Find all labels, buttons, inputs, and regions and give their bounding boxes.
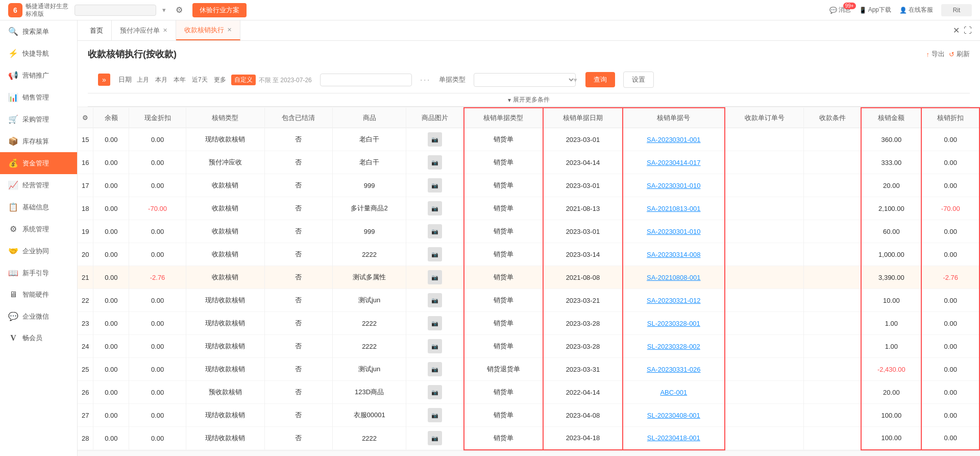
service-icon: 👤	[899, 7, 907, 14]
sidebar-item-label: 经营管理	[22, 181, 49, 190]
cell-no: 16	[78, 151, 93, 174]
cell-condition	[804, 243, 862, 266]
col-settings-icon: ⚙	[82, 114, 88, 122]
cell-bill-no[interactable]: SA-20210808-001	[623, 266, 725, 289]
cell-bill-no[interactable]: SA-20230301-010	[623, 174, 725, 197]
filter-date-7days[interactable]: 近7天	[190, 75, 210, 85]
cell-condition	[804, 381, 862, 404]
cell-condition	[804, 289, 862, 312]
filter-date-more[interactable]: 更多	[212, 75, 228, 85]
sidebar-item-marketing[interactable]: 📢 营销推广	[0, 64, 77, 86]
sidebar-item-wechat[interactable]: 💬 企业微信	[0, 305, 77, 327]
filter-expand-button[interactable]: »	[98, 74, 110, 86]
cell-bill-no[interactable]: SL-20230328-002	[623, 335, 725, 358]
close-tab-button[interactable]: ✕	[953, 26, 960, 35]
sidebar-item-hardware[interactable]: 🖥 智能硬件	[0, 284, 77, 305]
cell-discount: 0.00	[921, 427, 979, 450]
sidebar-item-sales[interactable]: 📊 销售管理	[0, 86, 77, 108]
cell-no: 17	[78, 174, 93, 197]
sidebar-item-label: 智能硬件	[22, 290, 49, 299]
cell-discount: 0.00	[921, 220, 979, 243]
col-settings[interactable]: ⚙	[78, 108, 93, 128]
table-area[interactable]: ⚙ 余额 现金折扣 核销类型 包含已结清 商品 商品图片 核销单据类型 核销单据…	[78, 107, 980, 456]
query-button[interactable]: 查询	[585, 72, 615, 87]
cell-bill-date: 2023-03-28	[543, 335, 623, 358]
cell-bill-no[interactable]: SA-20210813-001	[623, 197, 725, 220]
cell-bill-no[interactable]: SA-20230321-012	[623, 289, 725, 312]
user-avatar[interactable]: Rit	[941, 4, 972, 16]
cell-condition	[804, 404, 862, 427]
sidebar-item-label: 基础信息	[22, 203, 49, 212]
filter-date-this-month[interactable]: 本月	[153, 75, 169, 85]
cell-bill-no[interactable]: ABC-001	[623, 381, 725, 404]
cell-bill-no[interactable]: SL-20230328-001	[623, 312, 725, 335]
tab-prepay[interactable]: 预付冲应付单 ✕	[112, 20, 176, 40]
cell-bill-no[interactable]: SA-20230301-010	[623, 220, 725, 243]
cell-cash-discount: 0.00	[129, 128, 186, 151]
sidebar-item-basic[interactable]: 📋 基础信息	[0, 196, 77, 218]
maximize-tab-button[interactable]: ⛶	[964, 26, 972, 35]
cell-bill-no[interactable]: SL-20230408-001	[623, 404, 725, 427]
cell-bill-no[interactable]: SA-20230301-001	[623, 128, 725, 151]
sidebar-item-search[interactable]: 🔍 搜索菜单	[0, 20, 77, 42]
close-collection-icon[interactable]: ✕	[227, 27, 232, 33]
cell-amount: 20.00	[861, 381, 921, 404]
settings-button[interactable]: 设置	[623, 71, 654, 88]
chevron-down-select-icon: ▾	[574, 76, 577, 84]
top-search-input[interactable]	[75, 5, 156, 16]
cell-discount: -70.00	[921, 197, 979, 220]
filter-dots-icon[interactable]: ···	[420, 75, 431, 85]
cell-cash-discount: 0.00	[129, 220, 186, 243]
sidebar-item-newbie[interactable]: 📖 新手引导	[0, 262, 77, 284]
sidebar-item-label: 采购管理	[22, 115, 49, 124]
cell-img: 📷	[406, 404, 464, 427]
close-prepay-icon[interactable]: ✕	[163, 27, 167, 34]
cell-img: 📷	[406, 381, 464, 404]
cell-bill-no[interactable]: SA-20230414-017	[623, 151, 725, 174]
tab-collection[interactable]: 收款核销执行 ✕	[176, 20, 240, 40]
expand-more-button[interactable]: ▾ 展开更多条件	[508, 95, 550, 104]
cell-bill-no[interactable]: SA-20230314-008	[623, 243, 725, 266]
cell-bill-no[interactable]: SL-20230418-001	[623, 427, 725, 450]
sidebar-item-system[interactable]: ⚙ 系统管理	[0, 218, 77, 240]
cell-cash-discount: 0.00	[129, 312, 186, 335]
single-type-select[interactable]	[474, 73, 576, 87]
messages-button[interactable]: 💬 消息 99+	[829, 6, 851, 14]
sidebar-item-label: 企业协同	[22, 247, 49, 256]
download-icon: 📱	[859, 7, 867, 14]
gear-icon[interactable]: ⚙	[172, 3, 186, 17]
management-icon: 📈	[8, 180, 18, 190]
filter-date-custom-button[interactable]: 自定义	[231, 75, 256, 85]
cell-no: 20	[78, 243, 93, 266]
sidebar-item-quicknav[interactable]: ⚡ 快捷导航	[0, 42, 77, 64]
sidebar-item-purchase[interactable]: 🛒 采购管理	[0, 108, 77, 130]
partner-input[interactable]	[320, 74, 412, 86]
export-button[interactable]: ↑ 导出	[926, 50, 945, 59]
app-download-button[interactable]: 📱 App下载	[859, 6, 891, 14]
industry-button[interactable]: 休验行业方案	[192, 3, 247, 17]
cell-bill-type: 销货单	[464, 289, 544, 312]
cell-bill-no[interactable]: SA-20230331-026	[623, 358, 725, 381]
cell-product: 123D商品	[332, 381, 406, 404]
sidebar-item-management[interactable]: 📈 经营管理	[0, 174, 77, 196]
cell-bill-type: 销货单	[464, 151, 544, 174]
filter-date-last-month[interactable]: 上月	[135, 75, 151, 85]
cell-bill-type: 销货单	[464, 266, 544, 289]
sidebar-item-inventory[interactable]: 📦 库存核算	[0, 130, 77, 152]
cell-bill-type: 销货单	[464, 427, 544, 450]
cell-img: 📷	[406, 289, 464, 312]
cell-product: 测试jun	[332, 358, 406, 381]
online-service-button[interactable]: 👤 在线客服	[899, 6, 933, 14]
table-row: 16 0.00 0.00 预付冲应收 否 老白干 📷 销货单 2023-04-1…	[78, 151, 979, 174]
sidebar-item-enterprise[interactable]: 🤝 企业协同	[0, 240, 77, 262]
refresh-button[interactable]: ↺ 刷新	[949, 50, 970, 59]
sidebar-item-finance[interactable]: 💰 资金管理	[0, 152, 77, 174]
filter-date-this-year[interactable]: 本年	[172, 75, 188, 85]
sidebar-item-member[interactable]: V 畅会员	[0, 327, 77, 349]
cell-bill-date: 2022-04-14	[543, 381, 623, 404]
tab-home[interactable]: 首页	[82, 20, 112, 40]
sidebar-item-label: 销售管理	[22, 93, 49, 102]
cell-img: 📷	[406, 266, 464, 289]
tab-prepay-label: 预付冲应付单	[120, 26, 160, 35]
cell-cash-discount: 0.00	[129, 381, 186, 404]
